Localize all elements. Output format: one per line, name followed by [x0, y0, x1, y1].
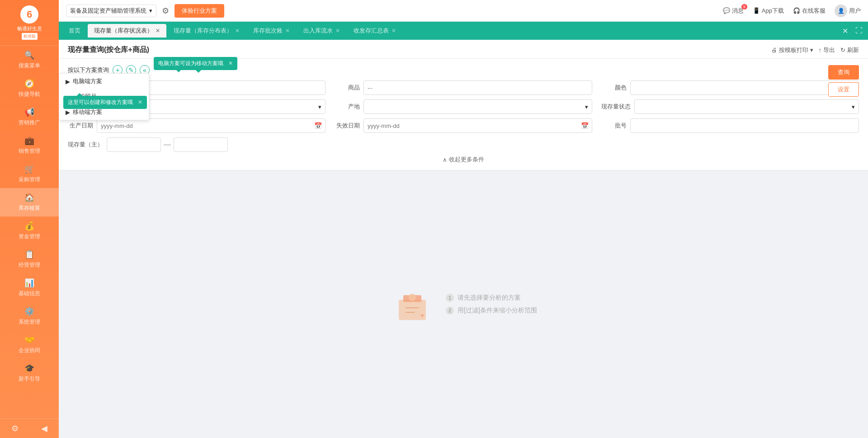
search-button[interactable]: 查询: [828, 65, 859, 80]
tab-in-out-flow[interactable]: 出入库流水 ✕: [297, 24, 346, 38]
tab-inventory-dist[interactable]: 现存量（库存分布表） ✕: [167, 24, 246, 38]
batch-input[interactable]: [630, 118, 859, 133]
sidebar-item-marketing[interactable]: 📢 营销推广: [0, 103, 59, 131]
purchase-icon: 🛒: [24, 164, 34, 174]
finance-icon: 💰: [24, 221, 34, 231]
inventory-range: —: [107, 137, 228, 152]
filter-grid-row3: 生产日期 📅 失效日期 📅 批号: [68, 118, 859, 133]
filter-batch: 批号: [601, 118, 859, 133]
inventory-max-input[interactable]: [174, 137, 228, 152]
guide-icon: 🎓: [24, 363, 34, 373]
goods-label: 商品: [335, 84, 360, 92]
sidebar-bottom: ⚙ ◀: [0, 419, 59, 438]
calendar-icon-exp: 📅: [581, 122, 589, 129]
sidebar-item-search[interactable]: 🔍 搜索菜单: [0, 46, 59, 74]
inventory-icon: 🏠: [24, 193, 34, 203]
refresh-btn[interactable]: ↻ 刷新: [840, 46, 859, 54]
sidebar-collapse-btn[interactable]: ◀: [41, 424, 47, 433]
compass-icon: 🧭: [24, 79, 34, 89]
tab-close-all-btn[interactable]: ✕: [840, 25, 850, 37]
mobile-icon: 📱: [753, 7, 760, 14]
sidebar-item-enterprise[interactable]: 🤝 企业协同: [0, 330, 59, 359]
tooltip-pc-scheme: 电脑方案可设为移动方案哦 ✕: [154, 57, 237, 70]
tab-batch-ledger-label: 库存批次账: [253, 27, 283, 35]
inventory-min-input[interactable]: [107, 137, 161, 152]
sidebar-item-quick-nav[interactable]: 🧭 快捷导航: [0, 74, 59, 103]
tooltip-edit-close[interactable]: ✕: [138, 99, 142, 105]
sidebar-item-marketing-label: 营销推广: [19, 119, 40, 127]
settings-gear-btn[interactable]: ⚙: [162, 6, 169, 16]
tooltip-pc-close[interactable]: ✕: [228, 60, 233, 66]
setting-button[interactable]: 设置: [828, 82, 859, 97]
empty-step2: 2 用[过滤]条件来缩小分析范围: [446, 306, 537, 315]
user-item[interactable]: 👤 用户: [835, 5, 861, 17]
inv-state-select[interactable]: ▾: [634, 99, 859, 114]
tab-maximize-btn[interactable]: ⛶: [854, 25, 864, 37]
sidebar-item-purchase[interactable]: 🛒 采购管理: [0, 160, 59, 188]
origin-select[interactable]: ▾: [363, 99, 592, 114]
prod-date-input[interactable]: [97, 118, 326, 133]
empty-text-list: 1 请先选择要分析的方案 2 用[过滤]条件来缩小分析范围: [446, 294, 537, 315]
svg-point-2: [409, 294, 416, 301]
sidebar-item-finance[interactable]: 💰 资金管理: [0, 217, 59, 245]
prod-date-wrapper: 📅: [97, 118, 326, 133]
tab-inventory-dist-close[interactable]: ✕: [235, 28, 240, 34]
logo-badge: 标准版: [22, 33, 38, 40]
page-title: 现存量查询(按仓库+商品): [68, 45, 149, 55]
prod-date-label: 生产日期: [68, 122, 93, 130]
pc-scheme-label: 电脑端方案: [73, 77, 102, 85]
message-badge: 9: [741, 4, 747, 9]
mobile-scheme-label: 移动端方案: [73, 108, 102, 116]
sidebar-item-enterprise-label: 企业协同: [19, 347, 40, 354]
sidebar-settings-btn[interactable]: ⚙: [11, 424, 19, 433]
search-icon: 🔍: [24, 50, 34, 60]
logo-text: 畅通好生意: [17, 25, 42, 32]
message-icon: 💬: [723, 7, 730, 14]
exp-date-wrapper: 📅: [363, 118, 592, 133]
sidebar-item-guide-label: 新手引导: [19, 375, 40, 383]
step2-num: 2: [446, 306, 454, 315]
search-btn-group: 查询 设置: [828, 65, 859, 97]
user-label: 用户: [849, 7, 861, 15]
sidebar-item-basic[interactable]: 📊 基础信息: [0, 273, 59, 302]
color-label: 颜色: [601, 84, 627, 92]
export-label: 导出: [823, 46, 835, 54]
color-select[interactable]: ▾: [630, 80, 859, 95]
filter-grid-row1: 仓库 ··· 商品 ··· 颜色 ▾: [68, 80, 859, 95]
range-dash: —: [164, 141, 171, 149]
tab-recv-send[interactable]: 收发存汇总表 ✕: [347, 24, 402, 38]
chevron-origin-icon: ▾: [585, 104, 588, 110]
message-item[interactable]: 💬 消息 9: [723, 7, 744, 15]
tab-inventory-status-close[interactable]: ✕: [156, 28, 160, 34]
tab-inventory-status[interactable]: 现存量（库存状况表） ✕: [88, 24, 166, 38]
basic-icon: 📊: [24, 278, 34, 288]
headset-icon: 🎧: [793, 7, 800, 14]
trial-button[interactable]: 体验行业方案: [175, 4, 224, 18]
sidebar-item-system[interactable]: ⚙️ 系统管理: [0, 302, 59, 330]
tab-home[interactable]: 首页: [62, 24, 87, 38]
sidebar-item-search-label: 搜索菜单: [19, 62, 40, 70]
online-support-item[interactable]: 🎧 在线客服: [793, 7, 826, 15]
app-download-item[interactable]: 📱 App下载: [753, 7, 784, 15]
tab-batch-ledger-close[interactable]: ✕: [285, 28, 290, 34]
pc-scheme-item[interactable]: ▶ 电脑端方案: [59, 74, 149, 89]
svg-rect-0: [399, 300, 426, 320]
collapse-row[interactable]: ∧ 收起更多条件: [68, 152, 859, 164]
goods-select[interactable]: ···: [363, 80, 592, 95]
print-btn[interactable]: 🖨 按模板打印 ▾: [771, 46, 813, 54]
tab-batch-ledger[interactable]: 库存批次账 ✕: [247, 24, 296, 38]
empty-state: 1 请先选择要分析的方案 2 用[过滤]条件来缩小分析范围: [59, 170, 868, 438]
tab-in-out-flow-close[interactable]: ✕: [335, 28, 340, 34]
sidebar-item-guide[interactable]: 🎓 新手引导: [0, 359, 59, 387]
content-header: 现存量查询(按仓库+商品) 🖨 按模板打印 ▾ ↑ 导出 ↻ 刷新: [59, 40, 868, 59]
tab-recv-send-close[interactable]: ✕: [392, 28, 396, 34]
exp-date-input[interactable]: [363, 118, 592, 133]
sidebar-item-operations[interactable]: 📋 经营管理: [0, 245, 59, 273]
calendar-icon-prod: 📅: [314, 122, 322, 129]
export-btn[interactable]: ↑ 导出: [819, 46, 835, 54]
tooltip-edit-scheme: 这里可以创建和修改方案哦 ✕: [63, 96, 147, 109]
app-download-label: App下载: [762, 7, 784, 15]
sidebar-item-inventory[interactable]: 🏠 库存核算: [0, 188, 59, 217]
system-select[interactable]: 装备及固定资产辅助管理系统 ▾: [66, 5, 156, 17]
sidebar-item-sales[interactable]: 💼 销售管理: [0, 131, 59, 160]
